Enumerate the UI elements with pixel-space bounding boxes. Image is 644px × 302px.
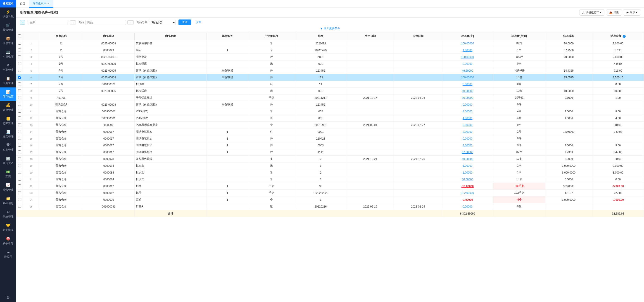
row-checkbox[interactable] <box>16 169 23 176</box>
row-checkbox[interactable] <box>16 61 23 67</box>
row-checkbox[interactable] <box>16 74 23 81</box>
sidebar-item-settings[interactable]: ⚙ <box>0 293 16 302</box>
row-qty-main[interactable]: 1.00000 <box>442 169 493 176</box>
export-button[interactable]: 📤 导出 <box>607 10 622 16</box>
row-qty-main[interactable]: 1.00000 <box>442 47 493 54</box>
row-checkbox[interactable] <box>16 81 23 88</box>
row-qty-main[interactable]: 10.00000 <box>442 94 493 101</box>
row-qty-main[interactable]: 10.00000 <box>442 176 493 183</box>
sidebar-logo[interactable]: 搜索菜单 <box>0 0 16 8</box>
sidebar-item-wholesale[interactable]: 📦 批发管理 <box>0 34 16 48</box>
row-checkbox[interactable] <box>16 101 23 108</box>
sidebar-item-ecommerce-small[interactable]: 💻 小批电商 <box>0 48 16 61</box>
sidebar-item-cloud[interactable]: ☁ 云应用 <box>0 248 16 261</box>
print-template-button[interactable]: 🖨 按模板打印▼ <box>580 10 604 16</box>
sidebar-item-assets[interactable]: 🏢 固定资产 <box>0 154 16 168</box>
row-batch: 123456 <box>295 67 346 74</box>
sidebar-item-ledger[interactable]: 📒 总账管理 <box>0 114 16 127</box>
row-qty-main[interactable]: 100.00000 <box>442 54 493 61</box>
filter-expand-row[interactable]: ▼ 展开更多条件 <box>20 27 640 30</box>
category-select[interactable]: 商品分类 <box>148 20 176 25</box>
row-qty-main[interactable]: 4.00000 <box>442 115 493 122</box>
row-qty-main[interactable]: 49.60000 <box>442 67 493 74</box>
row-checkbox[interactable] <box>16 88 23 94</box>
footer-qty-total: 6,302.60000 <box>442 210 493 217</box>
sidebar-item-collab[interactable]: 🤝 企业协同 <box>0 221 16 234</box>
sidebar-item-system[interactable]: ⚙ 系统管理 <box>0 208 16 221</box>
sidebar-item-tax[interactable]: 🏛 税务管理 <box>0 141 16 154</box>
row-checkbox[interactable] <box>16 176 23 183</box>
row-checkbox[interactable] <box>16 149 23 156</box>
tab-close-icon[interactable]: ✕ <box>48 2 50 5</box>
row-checkbox[interactable] <box>16 115 23 122</box>
sidebar-item-guide[interactable]: 🎯 新手引导 <box>0 234 16 248</box>
sidebar-item-label: 总账管理 <box>3 121 14 125</box>
row-cost: 3.0000 <box>545 156 592 163</box>
row-qty-main[interactable]: 2.00000 <box>442 128 493 135</box>
row-code: 0023-0000... <box>83 54 134 61</box>
row-checkbox[interactable] <box>16 203 23 210</box>
row-checkbox[interactable] <box>16 67 23 74</box>
row-spec: 白色/灰橙 <box>207 74 248 81</box>
settings-link[interactable]: 设置 <box>196 20 201 24</box>
row-qty-main[interactable]: 100.00000 <box>442 74 493 81</box>
row-qty-main[interactable]: -16.00000 <box>442 183 493 190</box>
sidebar-item-label: 固定资产 <box>3 161 14 165</box>
row-amount: -5,328.00 <box>592 183 644 190</box>
row-checkbox[interactable] <box>16 128 23 135</box>
row-qty-main[interactable]: 122.00000 <box>442 190 493 196</box>
row-checkbox[interactable] <box>16 54 23 61</box>
row-checkbox[interactable] <box>16 183 23 190</box>
row-qty-main[interactable]: 10.00000 <box>442 88 493 94</box>
sidebar-item-ecommerce[interactable]: 🖥 电商管理 <box>0 61 16 74</box>
tab-inventory-batch[interactable]: 库存批次▼ ✕ <box>29 0 54 8</box>
row-index: 7 <box>23 81 39 88</box>
row-qty-main[interactable]: 0.00000 <box>442 203 493 210</box>
row-checkbox[interactable] <box>16 196 23 203</box>
row-checkbox[interactable] <box>16 108 23 115</box>
row-qty-main[interactable]: 10.00000 <box>442 156 493 163</box>
row-code: 0023-00005 <box>83 67 134 74</box>
row-checkbox[interactable] <box>16 47 23 54</box>
amount-info-icon[interactable]: i <box>623 35 626 38</box>
row-qty-main[interactable]: 87.00000 <box>442 149 493 156</box>
row-qty-main[interactable]: 0.00000 <box>442 135 493 142</box>
filter-collapse-icon[interactable]: > <box>20 20 25 25</box>
row-checkbox[interactable] <box>16 163 23 169</box>
select-all-checkbox[interactable] <box>18 35 21 37</box>
row-qty-main[interactable]: 3.00000 <box>442 142 493 149</box>
query-button[interactable]: 查询 <box>178 20 191 25</box>
row-cost <box>545 135 592 142</box>
sidebar-item-purchase[interactable]: 📋 采购管理 <box>0 74 16 87</box>
row-qty-main[interactable]: -1.00000 <box>442 196 493 203</box>
warehouse-input[interactable] <box>28 20 68 25</box>
sidebar-item-inventory[interactable]: 📊 库存核算 <box>0 87 16 101</box>
sidebar-item-management[interactable]: 📈 经营管理 <box>0 181 16 194</box>
row-qty-main[interactable]: 0.00000 <box>442 81 493 88</box>
product-ellipsis-button[interactable]: ... <box>127 20 134 25</box>
sidebar-item-finance[interactable]: 💰 资金管理 <box>0 101 16 114</box>
row-checkbox[interactable] <box>16 156 23 163</box>
sidebar-item-invoice[interactable]: 🧾 发票管理 <box>0 127 16 141</box>
sidebar-item-basic-info[interactable]: 📁 基础信息 <box>0 194 16 208</box>
row-qty-main[interactable]: 4.00000 <box>442 108 493 115</box>
row-checkbox[interactable] <box>16 142 23 149</box>
row-checkbox[interactable] <box>16 94 23 101</box>
row-checkbox[interactable] <box>16 40 23 47</box>
row-qty-main[interactable]: 0.00000 <box>442 122 493 128</box>
row-checkbox[interactable] <box>16 135 23 142</box>
row-qty-main[interactable]: 0.00000 <box>442 61 493 67</box>
display-button[interactable]: 👁 展示▼ <box>624 10 640 16</box>
warehouse-ellipsis-button[interactable]: ... <box>70 20 76 25</box>
sidebar-item-salary[interactable]: 💵 工资 <box>0 168 16 181</box>
sidebar-item-quick-nav[interactable]: ⚡ 快捷导航 <box>0 8 16 21</box>
tab-home[interactable]: 首页 <box>16 0 29 8</box>
row-checkbox[interactable] <box>16 190 23 196</box>
row-qty-main[interactable]: 0.00000 <box>442 101 493 108</box>
row-unit: 件 <box>248 142 295 149</box>
sidebar-item-retail[interactable]: 🛒 零售管理 <box>0 21 16 34</box>
row-qty-main[interactable]: 100.00000 <box>442 40 493 47</box>
row-checkbox[interactable] <box>16 122 23 128</box>
product-input[interactable] <box>85 20 126 25</box>
row-qty-main[interactable]: 1.00000 <box>442 163 493 169</box>
